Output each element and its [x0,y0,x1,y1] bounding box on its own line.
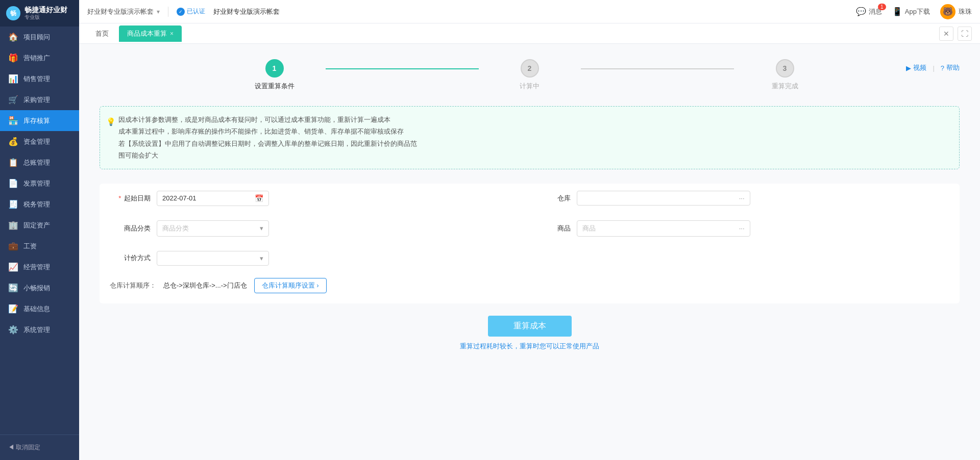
topbar: 好业财专业版演示帐套 ▾ ✓ 已认证 好业财专业版演示帐套 💬 消息 1 📱 A… [79,0,980,23]
step-2-label: 计算中 [520,82,540,91]
sidebar-item-assets[interactable]: 🏢 固定资产 [0,215,79,236]
video-label: 视频 [913,63,926,72]
sidebar-item-purchase[interactable]: 🛒 采购管理 [0,89,79,110]
pricing-dropdown-icon: ▾ [260,254,263,262]
step-3-number: 3 [783,64,787,72]
sidebar-item-system[interactable]: ⚙️ 系统管理 [0,319,79,340]
topbar-divider [168,7,168,17]
marketing-label: 营销推广 [23,54,50,63]
step-3-circle: 3 [776,59,794,78]
recalc-button[interactable]: 重算成本 [488,316,572,337]
sidebar-bottom: ◀ 取消固定 [0,435,79,460]
finance-icon: 💰 [8,137,18,146]
unpin-label: ◀ 取消固定 [8,443,40,452]
form-row-1: * 起始日期 2022-07-01 📅 仓库 ··· [100,184,960,213]
sidebar-item-inventory[interactable]: 🏪 库存核算 [0,110,79,131]
video-icon: ▶ [906,64,911,72]
pricing-select[interactable]: ▾ [157,251,269,266]
sidebar-item-basic[interactable]: 📝 基础信息 [0,298,79,319]
account-dropdown-icon: ▾ [157,8,160,15]
goods-input[interactable]: 商品 ··· [577,220,750,237]
basic-label: 基础信息 [23,304,50,314]
tab-panel-controls: ✕ ⛶ [939,27,972,41]
start-date-input[interactable]: 2022-07-01 📅 [157,191,269,206]
basic-icon: 📝 [8,304,18,314]
message-badge: 1 [878,4,886,10]
form-row-2: 商品分类 商品分类 ▾ 商品 商品 ··· [100,213,960,244]
app-edition: 专业版 [24,14,67,21]
notice-line-4: 围可能会扩大 [118,149,951,161]
help-label: 帮助 [946,63,960,72]
notice-line-1: 因成本计算参数调整，或是对商品成本有疑问时，可以通过成本重算功能，重新计算一遍成… [118,114,951,125]
sidebar-item-operations[interactable]: 📈 经营管理 [0,257,79,277]
form-group-goods: 商品 商品 ··· [530,220,950,237]
sidebar-item-salary[interactable]: 💼 工资 [0,236,79,257]
step-1-circle: 1 [265,59,284,78]
help-icon: ? [941,64,944,72]
tax-label: 税务管理 [23,200,50,209]
sidebar-item-accounting[interactable]: 📋 总账管理 [0,152,79,173]
tab-home-label: 首页 [95,29,109,38]
company-name: 好业财专业版演示帐套 [213,7,280,16]
close-panel-button[interactable]: ✕ [939,27,953,41]
warehouse-order-settings-button[interactable]: 仓库计算顺序设置 › [254,278,327,293]
app-name: 畅捷通好业财 [24,6,67,14]
verified-icon: ✓ [177,8,185,16]
assets-label: 固定资产 [23,221,50,230]
category-placeholder: 商品分类 [162,224,189,233]
recalc-note: 重算过程耗时较长，重算时您可以正常使用产品 [460,342,599,351]
tab-home[interactable]: 首页 [87,25,117,42]
form-row-3: 计价方式 ▾ [100,244,960,273]
account-selector[interactable]: 好业财专业版演示帐套 ▾ [87,7,160,16]
sidebar-item-expense[interactable]: 🔄 小畅报销 [0,277,79,298]
sidebar-item-tax[interactable]: 🧾 税务管理 [0,194,79,215]
form-group-pricing: 计价方式 ▾ [110,251,949,266]
unpin-button[interactable]: ◀ 取消固定 [0,439,79,456]
form-group-warehouse: 仓库 ··· [530,191,950,206]
user-avatar: 🐻 [940,4,955,19]
goods-placeholder: 商品 [582,224,596,233]
expense-label: 小畅报销 [23,284,50,293]
inventory-label: 库存核算 [23,116,50,125]
notice-icon: 💡 [106,115,116,129]
notice-line-3: 若【系统设置】中启用了自动调整记账日期时，会调整入库单的整单记账日期，因此重新计… [118,138,951,149]
sidebar-item-finance[interactable]: 💰 资金管理 [0,131,79,152]
message-button[interactable]: 💬 消息 1 [856,7,882,16]
assets-icon: 🏢 [8,220,18,230]
step-connector-1 [326,68,479,69]
expand-panel-button[interactable]: ⛶ [958,27,972,41]
warehouse-input[interactable]: ··· [577,191,750,206]
system-icon: ⚙️ [8,325,18,335]
help-link[interactable]: ? 帮助 [941,63,960,72]
pricing-label: 计价方式 [110,253,151,263]
goods-more-icon: ··· [739,224,745,232]
inventory-icon: 🏪 [8,116,18,125]
video-link[interactable]: ▶ 视频 [906,63,926,72]
app-download-button[interactable]: 📱 App下载 [892,7,930,16]
start-date-value: 2022-07-01 [162,194,197,202]
user-profile[interactable]: 🐻 珠珠 [940,4,972,19]
stepper-help: ▶ 视频 | ? 帮助 [906,63,960,72]
step-3: 3 重算完成 [734,59,836,91]
warehouse-label: 仓库 [530,194,571,203]
tax-icon: 🧾 [8,199,18,209]
stepper: 1 设置重算条件 2 计算中 3 重算完成 ▶ 视 [100,59,960,91]
sidebar-header: 畅 畅捷通好业财 专业版 [0,0,79,27]
tab-cost-recalc[interactable]: 商品成本重算 × [119,25,182,42]
project-icon: 🏠 [8,32,18,42]
step-2-number: 2 [528,64,532,72]
sidebar-item-marketing[interactable]: 🎁 营销推广 [0,47,79,68]
calendar-icon[interactable]: 📅 [255,194,263,202]
step-1-number: 1 [273,64,277,72]
sidebar-item-project[interactable]: 🏠 项目顾问 [0,27,79,47]
step-2: 2 计算中 [479,59,581,91]
sidebar-item-sales[interactable]: 📊 销售管理 [0,68,79,89]
tab-close-icon[interactable]: × [170,30,174,37]
purchase-icon: 🛒 [8,95,18,105]
category-select[interactable]: 商品分类 ▾ [157,220,269,237]
warehouse-order-row: 仓库计算顺序： 总仓->深圳仓库->...->门店仓 仓库计算顺序设置 › [100,273,960,303]
form-section: * 起始日期 2022-07-01 📅 仓库 ··· [100,184,960,303]
sales-label: 销售管理 [23,74,50,84]
sidebar: 畅 畅捷通好业财 专业版 🏠 项目顾问 🎁 营销推广 📊 销售管理 🛒 采购管理… [0,0,79,460]
sidebar-item-invoice[interactable]: 📄 发票管理 [0,173,79,194]
